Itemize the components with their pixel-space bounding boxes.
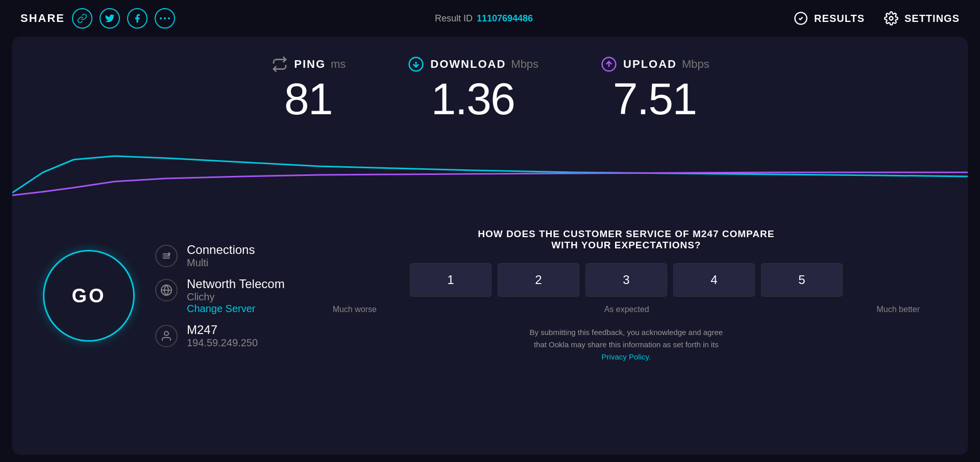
ping-stat: PING ms 81 <box>271 55 346 121</box>
result-id-section: Result ID 11107694486 <box>435 13 533 24</box>
check-circle-icon <box>793 10 809 27</box>
upload-label: UPLOAD <box>623 58 677 71</box>
speed-chart <box>12 137 968 198</box>
share-label: SHARE <box>20 12 65 25</box>
survey-title: HOW DOES THE CUSTOMER SERVICE OF M247 CO… <box>331 228 922 251</box>
connections-icon <box>155 245 178 267</box>
results-label: RESULTS <box>814 13 865 24</box>
upload-icon <box>600 55 618 73</box>
svg-point-2 <box>168 17 170 19</box>
survey-section: HOW DOES THE CUSTOMER SERVICE OF M247 CO… <box>315 218 937 373</box>
connections-label: Connections <box>187 243 255 257</box>
ping-unit: ms <box>331 58 346 71</box>
rating-5[interactable]: 5 <box>761 263 843 297</box>
result-id-value: 11107694486 <box>477 13 533 24</box>
main-panel: PING ms 81 DOWNLOAD Mbps 1.36 <box>12 37 968 455</box>
upload-header: UPLOAD Mbps <box>600 55 709 73</box>
upload-value: 7.51 <box>613 76 696 121</box>
download-unit: Mbps <box>511 58 538 71</box>
download-value: 1.36 <box>431 76 514 121</box>
go-server-area: GO Connections Multi <box>43 218 285 373</box>
twitter-icon[interactable] <box>100 8 120 29</box>
connections-row: Connections Multi <box>155 243 285 269</box>
rating-labels: Much worse As expected Much better <box>331 305 922 314</box>
upload-stat: UPLOAD Mbps 7.51 <box>600 55 709 121</box>
svg-point-14 <box>164 331 168 336</box>
gear-icon <box>883 10 899 27</box>
connections-value: Multi <box>187 257 255 269</box>
host-row: M247 194.59.249.250 <box>155 323 285 349</box>
download-label: DOWNLOAD <box>430 58 506 71</box>
rating-row: 1 2 3 4 5 <box>331 263 922 297</box>
share-section: SHARE <box>20 8 175 29</box>
host-ip: 194.59.249.250 <box>187 337 258 349</box>
isp-name: Networth Telecom <box>187 277 285 291</box>
label-much-better: Much better <box>877 305 920 314</box>
rating-2[interactable]: 2 <box>498 263 579 297</box>
isp-row: Networth Telecom Clichy Change Server <box>155 277 285 315</box>
results-nav[interactable]: RESULTS <box>793 10 865 27</box>
more-icon[interactable] <box>155 8 175 29</box>
result-id-label: Result ID <box>435 13 473 24</box>
rating-4[interactable]: 4 <box>673 263 755 297</box>
isp-text: Networth Telecom Clichy Change Server <box>187 277 285 315</box>
survey-disclaimer: By submitting this feedback, you acknowl… <box>331 326 922 363</box>
privacy-policy-link[interactable]: Privacy Policy. <box>602 352 651 361</box>
download-icon <box>407 55 425 73</box>
go-button[interactable]: GO <box>43 250 135 342</box>
stats-row: PING ms 81 DOWNLOAD Mbps 1.36 <box>12 37 968 132</box>
person-icon <box>155 325 178 347</box>
bottom-section: GO Connections Multi <box>12 203 968 389</box>
facebook-icon[interactable] <box>127 8 148 29</box>
rating-1[interactable]: 1 <box>410 263 492 297</box>
label-much-worse: Much worse <box>333 305 377 314</box>
svg-point-4 <box>889 17 893 20</box>
download-stat: DOWNLOAD Mbps 1.36 <box>407 55 538 121</box>
topbar: SHARE Result ID 11107694486 <box>0 0 980 37</box>
connections-text: Connections Multi <box>187 243 255 269</box>
link-icon[interactable] <box>72 8 92 29</box>
ping-label: PING <box>294 58 326 71</box>
nav-section: RESULTS SETTINGS <box>793 10 960 27</box>
disclaimer-text: By submitting this feedback, you acknowl… <box>530 328 723 349</box>
ping-icon <box>271 55 289 73</box>
svg-point-0 <box>160 17 162 19</box>
host-text: M247 194.59.249.250 <box>187 323 258 349</box>
upload-unit: Mbps <box>682 58 709 71</box>
globe-icon <box>155 279 178 301</box>
ping-header: PING ms <box>271 55 346 73</box>
rating-3[interactable]: 3 <box>585 263 667 297</box>
ping-value: 81 <box>284 76 332 121</box>
download-header: DOWNLOAD Mbps <box>407 55 538 73</box>
server-info: Connections Multi Networth Teleco <box>155 243 285 349</box>
isp-city: Clichy <box>187 291 285 303</box>
svg-point-1 <box>164 17 166 19</box>
label-as-expected: As expected <box>604 305 649 314</box>
settings-nav[interactable]: SETTINGS <box>883 10 960 27</box>
host-name: M247 <box>187 323 258 337</box>
settings-label: SETTINGS <box>904 13 960 24</box>
change-server-link[interactable]: Change Server <box>187 303 285 315</box>
